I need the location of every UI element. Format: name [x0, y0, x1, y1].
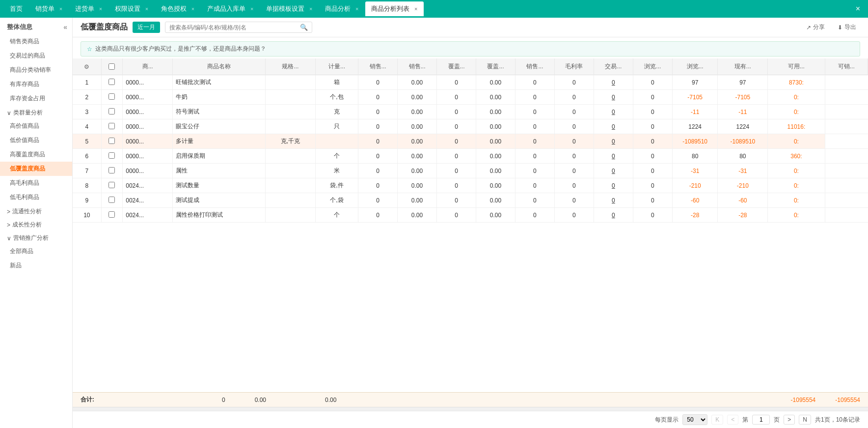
- row-browse1[interactable]: 0: [594, 164, 633, 178]
- browse-link[interactable]: 0: [612, 109, 615, 115]
- sidebar-item-high-margin[interactable]: 高毛利商品: [0, 176, 72, 190]
- row-checkbox[interactable]: [101, 149, 123, 164]
- th-s1[interactable]: 销售...: [358, 58, 398, 75]
- th-spec[interactable]: 规格...: [266, 58, 316, 75]
- row-browse1[interactable]: 0: [594, 193, 633, 208]
- nav-analysis-list[interactable]: 商品分析列表 ×: [365, 1, 423, 16]
- browse-link[interactable]: 0: [612, 153, 615, 160]
- th-browse1[interactable]: 浏览...: [633, 58, 672, 75]
- nav-analysis[interactable]: 商品分析 ×: [319, 1, 364, 16]
- nav-sales[interactable]: 销货单 ×: [29, 1, 68, 16]
- sidebar-group-crowd[interactable]: ∨ 类群量分析: [0, 106, 72, 119]
- browse-link[interactable]: 0: [612, 212, 615, 219]
- sidebar-item-low-coverage[interactable]: 低覆盖度商品: [0, 162, 72, 176]
- th-browse2[interactable]: 浏览...: [672, 58, 718, 75]
- th-margin[interactable]: 毛利率: [554, 58, 594, 75]
- sidebar-item-instock[interactable]: 有库存商品: [0, 77, 72, 91]
- filter-period-btn[interactable]: 近一月: [133, 22, 160, 33]
- th-trade[interactable]: 交易...: [594, 58, 633, 75]
- th-code[interactable]: 商...: [123, 58, 173, 75]
- th-available[interactable]: 可用...: [768, 58, 825, 75]
- row-checkbox[interactable]: [101, 193, 123, 208]
- row-checkbox[interactable]: [101, 208, 123, 223]
- sidebar-item-high-coverage[interactable]: 高覆盖度商品: [0, 147, 72, 162]
- sidebar-item-sales-goods[interactable]: 销售类商品: [0, 34, 72, 49]
- nav-permissions-close[interactable]: ×: [145, 6, 148, 12]
- row-browse1[interactable]: 0: [594, 105, 633, 119]
- sidebar-group-marketing[interactable]: ∨ 营销推广分析: [0, 231, 72, 244]
- row-select-checkbox[interactable]: [108, 93, 115, 100]
- row-select-checkbox[interactable]: [108, 152, 115, 159]
- nav-roles-close[interactable]: ×: [191, 6, 194, 12]
- sidebar-item-category-rate[interactable]: 商品分类动销率: [0, 63, 72, 77]
- browse-link[interactable]: 0: [612, 79, 615, 86]
- sidebar-group-flow[interactable]: > 流通性分析: [0, 204, 72, 218]
- th-settings[interactable]: ⚙: [73, 58, 101, 75]
- browse-link[interactable]: 0: [612, 197, 615, 204]
- nav-purchase-close[interactable]: ×: [99, 6, 102, 12]
- th-s4[interactable]: 覆盖...: [476, 58, 515, 75]
- sidebar-item-traded-goods[interactable]: 交易过的商品: [0, 49, 72, 63]
- sidebar-item-new-goods[interactable]: 新品: [0, 258, 72, 273]
- nav-analysis-close[interactable]: ×: [355, 6, 358, 12]
- sidebar-item-low-margin[interactable]: 低毛利商品: [0, 190, 72, 204]
- sidebar-group-growth[interactable]: > 成长性分析: [0, 218, 72, 231]
- row-checkbox[interactable]: [101, 164, 123, 178]
- nav-products-close[interactable]: ×: [250, 6, 253, 12]
- sidebar-item-high-value[interactable]: 高价值商品: [0, 119, 72, 133]
- sidebar-collapse-btn[interactable]: «: [63, 23, 67, 31]
- nav-templates-close[interactable]: ×: [309, 6, 312, 12]
- row-browse1[interactable]: 0: [594, 75, 633, 90]
- browse-link[interactable]: 0: [612, 123, 615, 130]
- th-s2[interactable]: 销售...: [398, 58, 437, 75]
- row-checkbox[interactable]: [101, 134, 123, 149]
- browse-link[interactable]: 0: [612, 182, 615, 189]
- row-select-checkbox[interactable]: [108, 108, 115, 114]
- browse-link[interactable]: 0: [612, 94, 615, 101]
- row-checkbox[interactable]: [101, 90, 123, 105]
- nav-roles[interactable]: 角色授权 ×: [155, 1, 200, 16]
- th-s5[interactable]: 销售...: [515, 58, 554, 75]
- row-browse1[interactable]: 0: [594, 134, 633, 149]
- search-input[interactable]: [169, 24, 300, 31]
- row-select-checkbox[interactable]: [108, 182, 115, 188]
- nav-purchase[interactable]: 进货单 ×: [69, 1, 108, 16]
- sidebar-item-capital[interactable]: 库存资金占用: [0, 91, 72, 106]
- th-current[interactable]: 现有...: [718, 58, 768, 75]
- row-browse1[interactable]: 0: [594, 178, 633, 193]
- nav-products[interactable]: 产成品入库单 ×: [201, 1, 259, 16]
- browse-link[interactable]: 0: [612, 138, 615, 145]
- row-select-checkbox[interactable]: [108, 79, 115, 85]
- select-all-checkbox[interactable]: [108, 63, 115, 70]
- sidebar-item-low-value[interactable]: 低价值商品: [0, 133, 72, 147]
- sidebar-item-all-goods[interactable]: 全部商品: [0, 244, 72, 258]
- th-name[interactable]: 商品名称: [173, 58, 266, 75]
- th-checkbox[interactable]: [101, 58, 123, 75]
- nav-analysis-list-close[interactable]: ×: [414, 6, 417, 12]
- nav-sales-close[interactable]: ×: [59, 6, 62, 12]
- share-btn[interactable]: ↗ 分享: [802, 22, 829, 33]
- th-saleable[interactable]: 可销...: [825, 58, 868, 75]
- row-select-checkbox[interactable]: [108, 197, 115, 203]
- window-close-btn[interactable]: ×: [852, 2, 864, 15]
- th-unit[interactable]: 计量...: [315, 58, 358, 75]
- nav-permissions[interactable]: 权限设置 ×: [109, 1, 154, 16]
- page-input[interactable]: [752, 415, 770, 425]
- row-browse1[interactable]: 0: [594, 119, 633, 134]
- prev-page-btn[interactable]: <: [727, 415, 738, 425]
- row-checkbox[interactable]: [101, 105, 123, 119]
- last-page-btn[interactable]: N: [799, 415, 811, 425]
- row-checkbox[interactable]: [101, 75, 123, 90]
- export-btn[interactable]: ⬇ 导出: [834, 22, 860, 33]
- row-checkbox[interactable]: [101, 119, 123, 134]
- page-size-select[interactable]: 20 50 100: [682, 414, 707, 425]
- settings-icon[interactable]: ⚙: [84, 63, 89, 70]
- row-browse1[interactable]: 0: [594, 90, 633, 105]
- row-select-checkbox[interactable]: [108, 123, 115, 129]
- row-checkbox[interactable]: [101, 178, 123, 193]
- th-s3[interactable]: 覆盖...: [437, 58, 476, 75]
- nav-home[interactable]: 首页: [4, 1, 28, 16]
- table-wrapper[interactable]: ⚙ 商... 商品名称 规格... 计量... 销售... 销售... 覆盖..…: [73, 58, 868, 392]
- browse-link[interactable]: 0: [612, 168, 615, 174]
- horizontal-scrollbar[interactable]: [73, 407, 868, 411]
